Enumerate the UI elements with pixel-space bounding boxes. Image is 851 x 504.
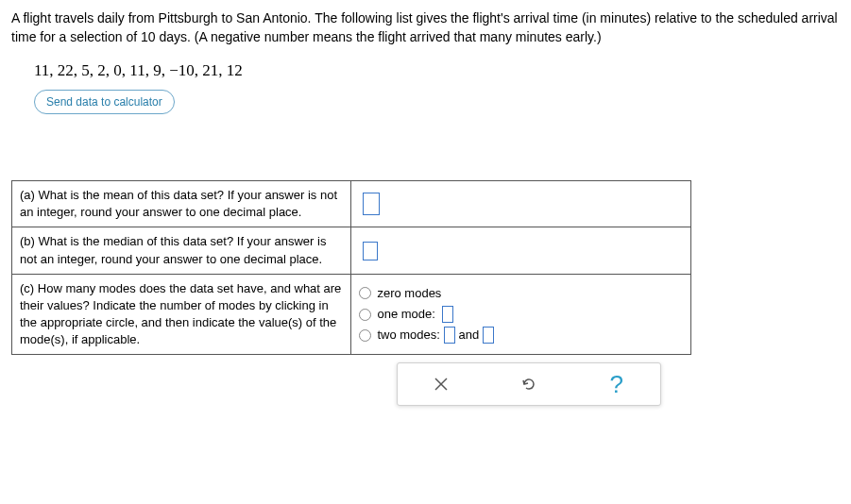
answer-a-input[interactable] — [363, 193, 380, 215]
question-c-row: (c) How many modes does the data set hav… — [12, 274, 691, 355]
one-mode-input[interactable] — [442, 306, 453, 323]
send-data-button[interactable]: Send data to calculator — [34, 90, 175, 114]
question-b-text: (b) What is the median of this data set?… — [12, 227, 351, 274]
question-a-row: (a) What is the mean of this data set? I… — [12, 180, 691, 227]
one-mode-label: one mode: — [377, 306, 434, 323]
questions-table: (a) What is the mean of this data set? I… — [11, 180, 691, 356]
data-values: 11, 22, 5, 2, 0, 11, 9, −10, 21, 12 — [34, 59, 840, 82]
and-label: and — [459, 327, 480, 344]
action-bar: ? — [397, 362, 661, 406]
problem-intro: A flight travels daily from Pittsburgh t… — [11, 9, 840, 46]
one-mode-row: one mode: — [359, 306, 683, 323]
answer-b-input[interactable] — [363, 242, 378, 260]
question-b-row: (b) What is the median of this data set?… — [12, 227, 691, 274]
help-icon[interactable]: ? — [606, 374, 627, 395]
clear-icon[interactable] — [431, 374, 451, 395]
two-modes-label: two modes: — [377, 327, 439, 344]
question-a-text: (a) What is the mean of this data set? I… — [12, 180, 351, 227]
zero-modes-label: zero modes — [377, 285, 441, 302]
two-modes-input-2[interactable] — [483, 327, 494, 344]
two-modes-row: two modes: and — [359, 327, 683, 344]
reset-icon[interactable] — [519, 374, 539, 395]
undo-icon — [520, 376, 537, 393]
zero-modes-radio[interactable] — [359, 287, 371, 299]
question-a-answer-cell — [351, 180, 691, 227]
x-icon — [434, 377, 449, 392]
one-mode-radio[interactable] — [359, 309, 371, 321]
question-c-text: (c) How many modes does the data set hav… — [12, 274, 351, 355]
two-modes-radio[interactable] — [359, 329, 371, 342]
zero-modes-row: zero modes — [359, 285, 683, 302]
question-c-answer-cell: zero modes one mode: two modes: and — [351, 274, 691, 355]
question-b-answer-cell — [351, 227, 691, 274]
two-modes-input-1[interactable] — [444, 327, 455, 344]
